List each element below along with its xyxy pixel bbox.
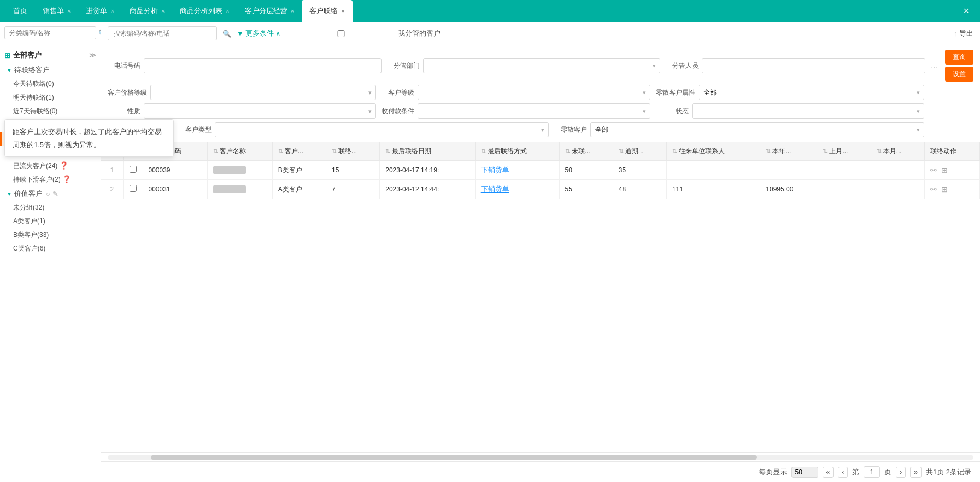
scrollbar-thumb[interactable]: [151, 455, 757, 460]
row-action-link-1[interactable]: ⚯: [930, 166, 937, 175]
current-page-display: 1: [864, 466, 880, 478]
value-group-edit-icon[interactable]: ○: [46, 190, 50, 198]
row-check-1[interactable]: [123, 161, 143, 180]
nav-item-sales[interactable]: 销售单 ×: [35, 0, 78, 22]
row-index-2: 2: [101, 180, 123, 199]
sidebar-group-pending[interactable]: ▼ 待联络客户: [0, 63, 101, 77]
field-phone: 电话号码: [108, 58, 382, 73]
dept-select[interactable]: [423, 58, 661, 73]
table-row: 1 000039 B类客户 15 2023-04-17 14:19:: [101, 161, 980, 180]
nav-item-home[interactable]: 首页: [5, 0, 35, 22]
col-name-header[interactable]: 客户名称: [208, 142, 273, 161]
nav-close-customer-contact[interactable]: ×: [341, 8, 344, 14]
grid-icon: ⊞: [4, 51, 10, 60]
row-action-more-1[interactable]: ⊞: [941, 166, 948, 175]
nav-item-customer-tier[interactable]: 客户分层经营 ×: [237, 0, 302, 22]
col-this-month-header[interactable]: 本月...: [871, 142, 924, 161]
last-page-button[interactable]: »: [910, 467, 922, 478]
customer-table: ⚙ 客户编码 客户名称 客户... 联络... 最后联络日期 最后联络方式 未联…: [101, 142, 980, 199]
row-contact-count-2: 7: [326, 180, 380, 199]
sidebar-search-input[interactable]: [4, 26, 96, 39]
row-last-method-1[interactable]: 下销货单: [475, 161, 559, 180]
page-size-select[interactable]: 50 10 20 100: [791, 467, 818, 478]
top-nav: 首页 销售单 × 进货单 × 商品分析 × 商品分析列表 × 客户分层经营 × …: [0, 0, 980, 22]
col-last-contact-method-header[interactable]: 最后联络方式: [475, 142, 559, 161]
col-contact-person-header[interactable]: 往来单位联系人: [666, 142, 760, 161]
nature-select[interactable]: [144, 103, 376, 119]
page-label: 第: [852, 467, 859, 477]
method-link-1[interactable]: 下销货单: [481, 166, 509, 174]
nav-close-product-list[interactable]: ×: [226, 8, 229, 14]
search-icon[interactable]: 🔍: [222, 30, 231, 38]
sidebar-item-churned[interactable]: 已流失客户(24) ❓: [0, 159, 101, 173]
search-input[interactable]: [108, 26, 217, 40]
nav-item-customer-contact[interactable]: 客户联络 ×: [302, 0, 352, 22]
prev-page-button[interactable]: ‹: [838, 467, 848, 478]
sidebar-item-a-class[interactable]: A类客户(1): [0, 214, 101, 228]
row-action-more-2[interactable]: ⊞: [941, 185, 948, 194]
window-close-button[interactable]: ×: [958, 5, 975, 17]
next-page-button[interactable]: ›: [896, 467, 906, 478]
nav-close-sales[interactable]: ×: [67, 8, 71, 14]
first-page-button[interactable]: «: [823, 467, 834, 478]
col-last-month-header[interactable]: 上月...: [817, 142, 871, 161]
retail-customer-select[interactable]: 全部: [590, 122, 924, 137]
sidebar-item-c-class[interactable]: C类客户(6): [0, 242, 101, 255]
nav-close-product-analysis[interactable]: ×: [161, 8, 165, 14]
row-actions-1: ⚯ ⊞: [924, 161, 979, 180]
method-link-2[interactable]: 下销货单: [481, 185, 509, 193]
filter-toolbar: 🔍 ▼ 更多条件 ∧ 我分管的客户 ↑ 导出: [101, 22, 980, 45]
sidebar-item-declining[interactable]: 持续下滑客户(2) ❓: [0, 173, 101, 187]
manager-input[interactable]: [702, 58, 925, 73]
table-row: 2 000031 A类客户 7 2023-04-12 14:44:: [101, 180, 980, 199]
more-conditions-button[interactable]: ▼ 更多条件 ∧: [237, 28, 281, 38]
price-level-select[interactable]: [150, 85, 376, 100]
nav-close-purchase[interactable]: ×: [110, 8, 114, 14]
retail-attr-select[interactable]: 全部: [699, 85, 924, 100]
sidebar-item-ungrouped[interactable]: 未分组(32): [0, 201, 101, 214]
sidebar-group-value[interactable]: ▼ 价值客户 ○ ✎: [0, 187, 101, 201]
adv-filter-row-4: ... 客户类型 零散客户 全: [108, 122, 973, 137]
nav-item-product-list[interactable]: 商品分析列表 ×: [172, 0, 237, 22]
col-overdue-header[interactable]: 逾期...: [613, 142, 666, 161]
settings-button[interactable]: 设置: [945, 67, 973, 82]
status-select[interactable]: [692, 103, 924, 119]
advanced-filter-panel: 电话号码 分管部门 分管人员 ...: [101, 45, 980, 142]
sidebar-item-b-class[interactable]: B类客户(33): [0, 228, 101, 242]
horizontal-scrollbar[interactable]: [101, 452, 980, 461]
row-this-month-1: [871, 161, 924, 180]
sidebar-item-today-pending[interactable]: 今天待联络(0): [0, 77, 101, 91]
col-type-header[interactable]: 客户...: [272, 142, 326, 161]
col-last-contact-date-header[interactable]: 最后联络日期: [380, 142, 475, 161]
value-group-config-icon[interactable]: ✎: [52, 190, 58, 198]
row-last-method-2[interactable]: 下销货单: [475, 180, 559, 199]
row-last-date-1: 2023-04-17 14:19:: [380, 161, 475, 180]
nav-item-product-analysis[interactable]: 商品分析 ×: [122, 0, 172, 22]
phone-input[interactable]: [144, 58, 382, 73]
row-check-2[interactable]: [123, 180, 143, 199]
query-button[interactable]: 查询: [945, 50, 973, 65]
col-current-year-header[interactable]: 本年...: [760, 142, 817, 161]
my-customers-checkbox[interactable]: [286, 30, 396, 37]
row-contact-person-1: [666, 161, 760, 180]
nav-close-customer-tier[interactable]: ×: [291, 8, 294, 14]
manager-ellipsis[interactable]: ...: [929, 61, 940, 70]
nav-item-purchase[interactable]: 进货单 ×: [78, 0, 121, 22]
row-checkbox-1[interactable]: [130, 166, 137, 173]
sidebar-item-7day-pending[interactable]: 近7天待联络(0): [0, 104, 101, 118]
sidebar-item-tomorrow-pending[interactable]: 明天待联络(1): [0, 91, 101, 104]
sidebar-all-customers[interactable]: ⊞ 全部客户 ≫: [0, 48, 101, 63]
col-contact-count-header[interactable]: 联络...: [326, 142, 380, 161]
customer-type-select[interactable]: [215, 122, 549, 137]
payment-select[interactable]: [418, 103, 650, 119]
col-uncontacted-header[interactable]: 未联...: [559, 142, 613, 161]
data-table-area[interactable]: ⚙ 客户编码 客户名称 客户... 联络... 最后联络日期 最后联络方式 未联…: [101, 142, 980, 452]
row-current-year-1: [760, 161, 817, 180]
sidebar-collapse-button[interactable]: ≫: [89, 51, 96, 59]
customer-level-select[interactable]: [418, 85, 650, 100]
scrollbar-track[interactable]: [108, 455, 973, 460]
export-button[interactable]: ↑ 导出: [954, 28, 974, 38]
row-checkbox-2[interactable]: [130, 185, 137, 192]
row-action-link-2[interactable]: ⚯: [930, 185, 937, 194]
retail-customer-select-wrapper: 全部: [590, 122, 924, 137]
